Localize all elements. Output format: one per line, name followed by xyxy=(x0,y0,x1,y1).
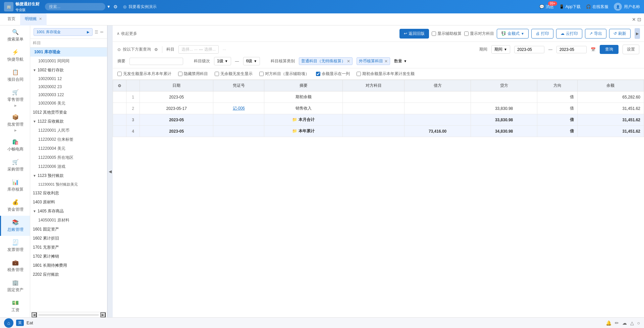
col-settings[interactable]: ⚙ xyxy=(113,80,126,91)
aux-checkbox-input[interactable] xyxy=(432,31,436,36)
sidebar-item-tax[interactable]: 💼 税务管理 xyxy=(0,256,30,276)
cb-one-col-input[interactable] xyxy=(316,72,320,76)
user-menu[interactable]: 👤 用户名称 xyxy=(614,3,640,11)
sidebar-item-general[interactable]: 📚 总账管理 xyxy=(0,216,30,236)
eat-btn[interactable]: Eat xyxy=(26,320,33,325)
tree-node-11220001[interactable]: 11220001 人民币 xyxy=(30,126,107,135)
tree-node-14050001[interactable]: 14050001 原材料 xyxy=(30,216,107,225)
cb-period-cumul[interactable]: 期初余额显示本年累计发生额 xyxy=(357,71,415,77)
right-collapse-btn[interactable]: ▶ xyxy=(635,28,640,39)
tree-node-11220004[interactable]: 11220004 美元 xyxy=(30,144,107,153)
tab-close-icon[interactable]: ✕ xyxy=(39,17,42,21)
sidebar-item-assets[interactable]: 🏢 固定资产 xyxy=(0,276,30,296)
tree-list-icon[interactable]: ☰ xyxy=(95,30,98,35)
tree-node-1405[interactable]: ▼ 1405 库存商品 xyxy=(30,207,107,216)
level-to-select[interactable]: 6级 ▼ xyxy=(243,57,260,65)
currency-btn[interactable]: 💱 金额式 ▼ xyxy=(497,29,529,39)
tab-detail[interactable]: 明细账 ✕ xyxy=(20,13,47,25)
subject-select[interactable]: 选择... ··· — 选择... xyxy=(178,45,219,54)
cb-hide-disabled[interactable]: 隐藏禁用科目 xyxy=(178,71,208,77)
lang-btn[interactable]: 英 xyxy=(16,320,24,326)
table-row[interactable]: 12023-05期初余额借65,282.60 xyxy=(113,91,644,103)
tree-node-11220006[interactable]: 11220006 游戏 xyxy=(30,162,107,171)
query-toggle[interactable]: ∧ 收起更多 xyxy=(117,31,137,37)
sidebar-item-finance[interactable]: 💰 资金管理 xyxy=(0,196,30,216)
online-service-btn[interactable]: 🎧 在线客服 xyxy=(586,4,608,10)
period-start-input[interactable] xyxy=(514,46,544,53)
app-download-btn[interactable]: 📱 App下载 xyxy=(559,4,581,10)
search-button[interactable]: 查询 xyxy=(600,45,619,54)
refresh-btn[interactable]: ↺ 刷新 xyxy=(609,29,631,39)
tree-node-11230001[interactable]: 11230001 预付账款美元 xyxy=(30,180,107,189)
tree-node-1602[interactable]: 1602 累计折旧 xyxy=(30,234,107,243)
sidebar-item-ecommerce[interactable]: 🛍️ 小畅电商 xyxy=(0,135,30,155)
summary-input[interactable] xyxy=(129,58,183,65)
bottom-icon-4[interactable]: △ xyxy=(630,320,634,326)
sidebar-item-quicknav[interactable]: ⚡ 快捷导航 xyxy=(0,46,30,66)
tab-maximize[interactable]: ⊡ xyxy=(637,17,641,22)
sidebar-item-purchase[interactable]: 🛒 采购管理 xyxy=(0,155,30,176)
export-btn[interactable]: ↗ 导出 xyxy=(585,29,606,39)
sidebar-item-salary[interactable]: 💵 工资 xyxy=(0,296,30,316)
tree-node-10020006[interactable]: 10020006 美元 xyxy=(30,99,107,108)
voucher-link[interactable]: 记-006 xyxy=(233,106,245,111)
tree-node-10020002[interactable]: 10020002 23 xyxy=(30,83,107,91)
demo-link[interactable]: ◎ 我要看实例演示 xyxy=(123,4,157,10)
cb-no-balance2[interactable]: 无余额无发生显示 xyxy=(215,71,253,77)
level-from-select[interactable]: 1级 ▼ xyxy=(214,57,231,65)
tag2-close[interactable]: ✕ xyxy=(384,59,388,64)
period-end-input[interactable] xyxy=(556,46,587,53)
sidebar-item-inventory[interactable]: 📊 库存核算 xyxy=(0,176,30,196)
settings-icon[interactable]: ⚙ xyxy=(113,4,118,9)
tree-node-1702[interactable]: 1702 累计摊销 xyxy=(30,252,107,261)
table-row[interactable]: 22023-05-17记-006销售收入33,830.98借31,451.62 xyxy=(113,103,644,114)
tree-node-10010001[interactable]: 10010001 同同同 xyxy=(30,57,107,66)
bottom-icon-5[interactable]: ○ xyxy=(637,320,640,326)
tree-scroll-left[interactable]: ◀ xyxy=(32,312,37,318)
print-btn[interactable]: 🖨 打印 xyxy=(531,29,553,39)
bottom-icon-3[interactable]: ☁ xyxy=(622,320,627,326)
global-search-input[interactable] xyxy=(45,3,105,10)
tree-node-1002[interactable]: ▼ 1002 银行存款 xyxy=(30,66,107,75)
tree-pencil-icon[interactable]: ✏ xyxy=(100,30,104,35)
period-type-select[interactable]: 期间 ▼ xyxy=(491,45,510,54)
scheme-toggle[interactable]: ⊙ 按以下方案查询 ⚙ xyxy=(117,47,158,52)
cb-no-balance[interactable]: 无发生额显示本月本年累计 xyxy=(117,71,171,77)
table-row[interactable]: 32023-05📁本月合计33,830.98借31,451.62 xyxy=(113,114,644,126)
settings-button[interactable]: 设置 xyxy=(623,45,639,54)
cb-opposite[interactable]: 对方科目（显示辅助项） xyxy=(259,71,309,77)
tree-node-11220002[interactable]: 11220002 往来标签 xyxy=(30,135,107,144)
back-to-old-btn[interactable]: ↩ 返回旧版 xyxy=(399,29,429,39)
tree-node-1132[interactable]: 1132 应收利息 xyxy=(30,189,107,198)
tree-node-1601[interactable]: 1601 固定资产 xyxy=(30,225,107,234)
tree-selected-account[interactable]: 1001 库存现金 ▶ xyxy=(34,28,93,36)
tree-scrollbar[interactable] xyxy=(38,314,99,316)
bottom-icon-2[interactable]: ✏ xyxy=(615,320,619,326)
show-opp-checkbox[interactable]: 显示对方科目 xyxy=(464,31,494,37)
quantity-filter[interactable]: 数量 ▼ xyxy=(394,58,407,64)
bottom-icon-1[interactable]: 🔔 xyxy=(606,320,611,326)
sidebar-item-wholesale[interactable]: 📦 批发管理 ▶ xyxy=(0,111,30,135)
cb-hide-disabled-input[interactable] xyxy=(178,72,182,76)
search-dropdown-icon[interactable]: ▼ xyxy=(107,4,111,9)
tree-node-1403[interactable]: 1403 原材料 xyxy=(30,198,107,207)
side-collapse[interactable]: ◀ xyxy=(107,25,113,317)
tree-node-1123[interactable]: ▼ 1123 预付账款 xyxy=(30,171,107,180)
tree-node-11220005[interactable]: 11220005 所在地区 xyxy=(30,153,107,162)
sidebar-item-invoice[interactable]: 🧾 发票管理 xyxy=(0,236,30,256)
tag1-close[interactable]: ✕ xyxy=(347,59,350,64)
tree-node-1012[interactable]: 1012 其他货币资金 xyxy=(30,108,107,117)
cb-no-balance-input[interactable] xyxy=(117,72,122,76)
show-aux-checkbox[interactable]: 显示辅助核算 xyxy=(432,31,462,37)
home-circle-btn[interactable]: ⌂ xyxy=(4,318,13,328)
cb-period-cumul-input[interactable] xyxy=(357,72,361,76)
tree-node-1701[interactable]: 1701 无形资产 xyxy=(30,243,107,252)
tree-node-1001[interactable]: 1001 库存现金 xyxy=(30,48,107,57)
tab-close-window[interactable]: ✕ xyxy=(632,17,636,22)
cloud-print-btn[interactable]: ☁ 云打印 xyxy=(556,29,582,39)
opp-checkbox-input[interactable] xyxy=(464,31,469,36)
sidebar-item-project[interactable]: 📋 项目合同 xyxy=(0,66,30,86)
sidebar-item-search[interactable]: 🔍 搜索菜单 xyxy=(0,25,30,46)
tree-node-1122[interactable]: ▼ 1122 应收账款 xyxy=(30,117,107,126)
tree-node-10020001[interactable]: 10020001 12 xyxy=(30,75,107,83)
